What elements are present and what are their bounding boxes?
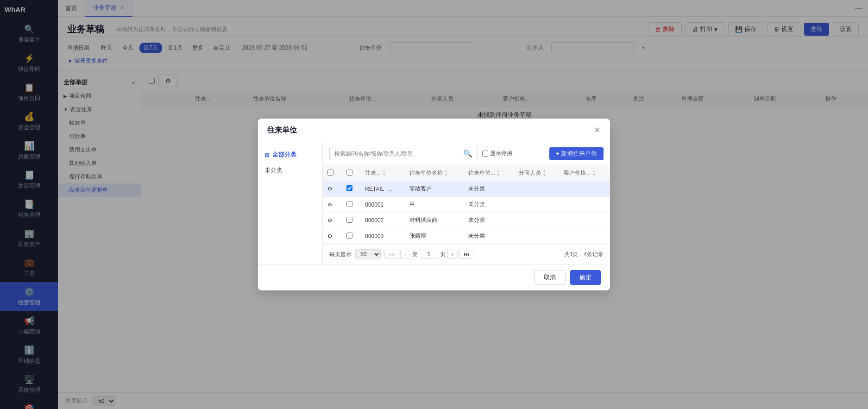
row-price-cat (559, 197, 610, 213)
row-price-cat (559, 213, 610, 228)
dialog-table: 往来...▲▼往来单位名称▲▼往来单位...▲▼分管人员▲▼客户价格...▲▼ … (323, 165, 610, 244)
row-category: 未分类 (464, 228, 515, 244)
row-category: 未分类 (464, 213, 515, 228)
page-total: 共1页，4条记录 (564, 251, 604, 258)
dialog-body: ⊞全部分类未分类 🔍 显示停用 + 新增往来单位 (258, 142, 610, 264)
row-code: RETAIL_... (360, 181, 405, 197)
dialog-table-row[interactable]: ⚙ 000001 甲 未分类 (323, 197, 610, 213)
dialog-search-input[interactable] (334, 151, 460, 157)
row-price-cat (559, 228, 610, 244)
confirm-button[interactable]: 确定 (570, 270, 601, 285)
dialog-col-往来...[interactable]: 往来...▲▼ (360, 165, 405, 181)
row-code: 000001 (360, 197, 405, 213)
page-navigation: ⏮ ‹ 第 页 › ⏭ (384, 250, 473, 259)
search-icon: 🔍 (463, 149, 472, 158)
modal-overlay: 往来单位 ✕ ⊞全部分类未分类 🔍 显示停用 (0, 0, 868, 409)
row-settings-cell: ⚙ (323, 228, 342, 244)
sort-arrows: ▲▼ (444, 170, 448, 177)
row-price-cat (559, 181, 610, 197)
row-code: 000002 (360, 213, 405, 228)
row-manager (514, 197, 559, 213)
dialog-category-label: 全部分类 (272, 151, 296, 159)
row-category: 未分类 (464, 197, 515, 213)
per-page-select[interactable]: 50 100 (355, 249, 381, 259)
show-disabled-label: 显示停用 (482, 150, 512, 157)
dialog-col- (323, 165, 342, 181)
page-label: 页 (440, 251, 446, 258)
dialog-category-sidebar: ⊞全部分类未分类 (258, 142, 323, 264)
dialog-table-header: 往来...▲▼往来单位名称▲▼往来单位...▲▼分管人员▲▼客户价格...▲▼ (323, 165, 610, 181)
row-gear-icon[interactable]: ⚙ (327, 217, 333, 224)
add-partner-button[interactable]: + 新增往来单位 (549, 147, 604, 160)
row-checkbox-cell (342, 197, 361, 213)
sort-arrows: ▲▼ (592, 170, 596, 177)
dialog-select-all[interactable] (327, 170, 333, 176)
dialog-col-客户价格...[interactable]: 客户价格...▲▼ (559, 165, 610, 181)
dialog-main: 🔍 显示停用 + 新增往来单位 往来...▲▼往来单位名称▲▼往来单位...▲▼… (323, 142, 610, 264)
row-checkbox[interactable] (346, 201, 352, 207)
dialog-category-label: 未分类 (264, 166, 283, 175)
dialog-category-未分类[interactable]: 未分类 (258, 163, 322, 178)
row-checkbox[interactable] (346, 233, 352, 239)
dialog-toolbar: 🔍 显示停用 + 新增往来单位 (323, 142, 610, 165)
row-code: 000003 (360, 228, 405, 244)
row-checkbox[interactable] (346, 217, 352, 223)
dialog-close-button[interactable]: ✕ (594, 125, 601, 135)
dialog-table-row[interactable]: ⚙ 000003 张婧博 未分类 (323, 228, 610, 244)
row-checkbox-cell (342, 181, 361, 197)
row-checkbox-cell (342, 228, 361, 244)
row-name: 零散客户 (405, 181, 464, 197)
dialog-search-box[interactable]: 🔍 (329, 147, 478, 160)
dialog-col-分管人员[interactable]: 分管人员▲▼ (514, 165, 559, 181)
row-gear-icon[interactable]: ⚙ (327, 201, 333, 208)
dialog-title: 往来单位 (267, 126, 297, 135)
sort-arrows: ▲▼ (497, 170, 500, 177)
page-word: 第 (412, 251, 418, 258)
row-gear-icon[interactable]: ⚙ (327, 186, 333, 192)
last-page-button[interactable]: ⏭ (459, 250, 473, 259)
dialog-table-row[interactable]: ⚙ 000002 材料供应商 未分类 (323, 213, 610, 228)
dialog-table-row[interactable]: ⚙ RETAIL_... 零散客户 未分类 (323, 181, 610, 197)
per-page-label: 每页显示 (329, 251, 352, 258)
row-checkbox[interactable] (346, 185, 352, 191)
dialog-partner: 往来单位 ✕ ⊞全部分类未分类 🔍 显示停用 (258, 119, 610, 290)
dialog-category-全部分类[interactable]: ⊞全部分类 (258, 147, 322, 163)
first-page-button[interactable]: ⏮ (384, 250, 398, 259)
dialog-col- (342, 165, 361, 181)
next-page-button[interactable]: › (447, 250, 458, 259)
dialog-header: 往来单位 ✕ (258, 119, 610, 142)
dialog-pagination: 每页显示 50 100 ⏮ ‹ 第 页 › ⏭ 共1页，4条记录 (323, 244, 610, 264)
dialog-col-往来单位名称[interactable]: 往来单位名称▲▼ (405, 165, 464, 181)
page-number-input[interactable] (420, 250, 438, 259)
row-category: 未分类 (464, 181, 515, 197)
dialog-table-body: ⚙ RETAIL_... 零散客户 未分类 ⚙ 000001 甲 未分类 ⚙ 0… (323, 181, 610, 244)
row-settings-cell: ⚙ (323, 181, 342, 197)
row-name: 张婧博 (405, 228, 464, 244)
dialog-sidebar-items: ⊞全部分类未分类 (258, 147, 322, 178)
row-name: 甲 (405, 197, 464, 213)
cancel-button[interactable]: 取消 (534, 270, 566, 285)
row-gear-icon[interactable]: ⚙ (327, 233, 333, 239)
row-manager (514, 228, 559, 244)
row-name: 材料供应商 (405, 213, 464, 228)
row-manager (514, 181, 559, 197)
show-disabled-checkbox[interactable] (482, 151, 488, 157)
dialog-col-往来单位...[interactable]: 往来单位...▲▼ (464, 165, 515, 181)
sort-arrows: ▲▼ (542, 170, 546, 177)
partner-table: 往来...▲▼往来单位名称▲▼往来单位...▲▼分管人员▲▼客户价格...▲▼ … (323, 165, 610, 244)
prev-page-button[interactable]: ‹ (400, 250, 410, 259)
sort-arrows: ▲▼ (382, 170, 386, 177)
row-settings-cell: ⚙ (323, 197, 342, 213)
dialog-select-all[interactable] (346, 170, 352, 176)
dialog-footer: 取消 确定 (258, 264, 610, 290)
row-settings-cell: ⚙ (323, 213, 342, 228)
row-checkbox-cell (342, 213, 361, 228)
category-icon: ⊞ (264, 151, 270, 158)
row-manager (514, 213, 559, 228)
